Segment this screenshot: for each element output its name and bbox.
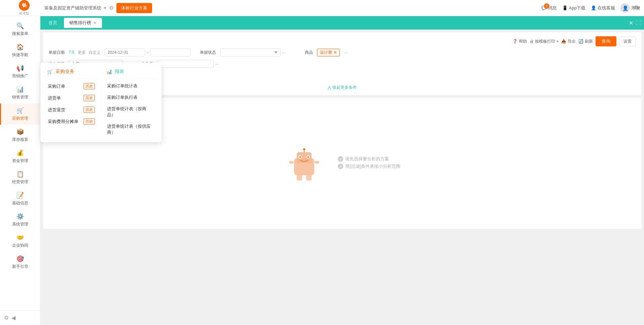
- logo-area: 畅 标准版: [4, 0, 44, 16]
- sidebar-item-sales[interactable]: 📊 销售管理: [0, 82, 40, 104]
- empty-tip-1: ① 请先选择要分析的方案: [338, 156, 400, 162]
- help-label: 帮助: [519, 39, 527, 44]
- finance-icon: 💰: [16, 149, 24, 157]
- filter-row-1: 单据日期 7天 更多 自定义 ~ 单据状态 ···: [48, 48, 636, 56]
- sidebar-item-enterprise[interactable]: 🤝 企业协同: [0, 231, 40, 252]
- sidebar-item-basic-info[interactable]: 📝 基础信息: [0, 188, 40, 209]
- tab-home-label: 首页: [48, 20, 57, 26]
- search-icon: 🔍: [16, 22, 24, 30]
- print-dropdown-icon[interactable]: ▾: [557, 39, 559, 44]
- svg-point-5: [308, 156, 309, 158]
- query-btn[interactable]: 查询: [596, 36, 616, 46]
- date-end-input[interactable]: [150, 48, 190, 56]
- sidebar-item-basic-info-label: 基础信息: [12, 200, 28, 206]
- tab-bar-close-icon[interactable]: ✕: [629, 20, 633, 26]
- tab-close-icon[interactable]: ✕: [93, 21, 97, 25]
- app-download-item[interactable]: 📱 App下载: [562, 5, 585, 11]
- salesperson-input-wrap: ···: [157, 60, 219, 68]
- salesperson-more-icon[interactable]: ···: [215, 62, 219, 67]
- system-title-text: 装备及固定资产辅助管理系统: [44, 5, 101, 11]
- sidebar-item-finance[interactable]: 💰 资金管理: [0, 146, 40, 167]
- sidebar-item-inventory[interactable]: 📦 库存核算: [0, 125, 40, 146]
- sidebar-item-finance-label: 资金管理: [12, 158, 28, 164]
- purchase-order-history-badge: 历史: [83, 83, 95, 89]
- online-service-item[interactable]: 👤 在线客服: [591, 5, 615, 11]
- dropdown-item-receive-stat-supplier[interactable]: 进货单统计表（按供应商）: [104, 121, 157, 138]
- svg-rect-7: [315, 161, 319, 164]
- purchase-order-exec-label: 采购订单执行表: [107, 94, 138, 100]
- sidebar-settings-btn[interactable]: ⚙: [4, 315, 9, 321]
- svg-rect-9: [306, 174, 312, 180]
- goods-label: 商品: [297, 50, 313, 55]
- tab-bar-right: ✕ ⛶: [629, 20, 641, 26]
- dropdown-item-purchase-order[interactable]: 采购订单 历史: [44, 80, 98, 92]
- svg-point-11: [303, 148, 305, 150]
- export-label: 导出: [568, 39, 576, 44]
- settings-btn[interactable]: 设置: [619, 37, 636, 46]
- receive-stat-supplier-label: 进货单统计表（按供应商）: [107, 123, 154, 135]
- empty-tips: ① 请先选择要分析的方案 ② 用[过滤]条件来缩小分析范围: [338, 156, 400, 171]
- goods-return-label: 进货退货: [48, 107, 65, 113]
- goods-more-icon[interactable]: ···: [344, 50, 348, 55]
- goods-tag-close-icon[interactable]: ✕: [333, 50, 337, 55]
- inventory-icon: 📦: [16, 128, 24, 135]
- print-icon: 🖨: [530, 39, 534, 44]
- tab-sales-rank-label: 销售排行榜: [69, 20, 91, 26]
- tab-sales-rank[interactable]: 销售排行榜 ✕: [64, 18, 102, 28]
- dropdown-item-receive-stat-goods[interactable]: 进货单统计表（按商品）: [104, 103, 157, 121]
- marketing-icon: 📢: [16, 65, 24, 72]
- dropdown-col-reports: 📊 报表 采购订单统计表 采购订单执行表 进货单统计表（按商品） 进货单统计表（…: [104, 67, 157, 138]
- date-7d[interactable]: 7天: [69, 50, 75, 55]
- date-label: 单据日期: [48, 50, 65, 55]
- sidebar-item-system[interactable]: ⚙️ 系统管理: [0, 209, 40, 231]
- sidebar-item-marketing[interactable]: 📢 营销推广: [0, 61, 40, 82]
- dropdown-item-goods-receive[interactable]: 进货单 历史: [44, 92, 98, 104]
- sidebar-item-search[interactable]: 🔍 搜索菜单: [0, 19, 40, 40]
- sales-icon: 📊: [16, 86, 24, 93]
- date-custom[interactable]: 自定义: [88, 50, 101, 55]
- sidebar-item-quick-nav[interactable]: 🏠 快捷导航: [0, 40, 40, 61]
- dropdown-item-purchase-order-exec[interactable]: 采购订单执行表: [104, 92, 157, 103]
- tip-num-2: ②: [338, 164, 343, 169]
- sidebar-collapse-btn[interactable]: ◀: [11, 315, 15, 321]
- sidebar-item-operations[interactable]: 📋 经营管理: [0, 167, 40, 188]
- sidebar-item-purchase[interactable]: 🛒 采购管理: [0, 104, 40, 125]
- refresh-label: 刷新: [585, 39, 593, 44]
- tab-bar: 首页 销售排行榜 ✕ ✕ ⛶: [40, 16, 644, 30]
- help-btn[interactable]: ❓ 帮助: [512, 39, 527, 44]
- svg-point-4: [299, 156, 301, 158]
- sidebar-item-guide-label: 新手引导: [12, 264, 28, 270]
- dropdown-item-goods-return[interactable]: 进货退货 历史: [44, 104, 98, 116]
- top-bar: 畅 标准版 装备及固定资产辅助管理系统 ▾ ⚙ 体验行业方案 💬 9 消息 📱 …: [0, 0, 644, 16]
- dropdown-columns: 🛒 采购业务 采购订单 历史 进货单 历史 进货退货 历史 采购费用分摊单 历史: [40, 67, 162, 138]
- bill-status-more-icon[interactable]: ···: [282, 50, 286, 55]
- salesperson-input[interactable]: [157, 60, 214, 68]
- refresh-btn[interactable]: 🔄 刷新: [578, 39, 593, 44]
- tab-bar-maximize-icon[interactable]: ⛶: [636, 20, 641, 26]
- message-item[interactable]: 💬 9 消息: [541, 5, 557, 11]
- sidebar-item-enterprise-label: 企业协同: [12, 243, 28, 248]
- print-btn[interactable]: 🖨 按模板打印 ▾: [530, 39, 559, 44]
- bill-status-select[interactable]: [220, 48, 281, 56]
- sidebar-item-system-label: 系统管理: [12, 221, 28, 227]
- date-start-input[interactable]: [105, 48, 145, 56]
- purchase-expense-label: 采购费用分摊单: [48, 119, 78, 125]
- title-dropdown-icon[interactable]: ▾: [104, 5, 106, 10]
- dropdown-item-purchase-expense[interactable]: 采购费用分摊单 历史: [44, 116, 98, 127]
- sidebar-item-operations-label: 经营管理: [12, 179, 28, 185]
- sidebar-item-marketing-label: 营销推广: [12, 73, 28, 79]
- logo-subtitle: 标准版: [19, 11, 29, 16]
- date-more[interactable]: 更多: [78, 50, 86, 55]
- purchase-order-stat-label: 采购订单统计表: [107, 83, 138, 89]
- title-gear-icon[interactable]: ⚙: [109, 5, 114, 11]
- goods-tag-chip: 设计费 ✕: [317, 49, 340, 56]
- empty-tip-2: ② 用[过滤]条件来缩小分析范围: [338, 163, 400, 169]
- sidebar-item-guide[interactable]: 🎯 新手引导: [0, 252, 40, 273]
- industry-btn[interactable]: 体验行业方案: [116, 3, 152, 13]
- goods-tag-value: 设计费: [320, 50, 332, 55]
- sidebar-item-sales-label: 销售管理: [12, 94, 28, 100]
- top-right-area: 💬 9 消息 📱 App下载 👤 在线客服 👤 用友 Ea: [541, 3, 640, 13]
- dropdown-item-purchase-order-stat[interactable]: 采购订单统计表: [104, 80, 157, 92]
- tab-home[interactable]: 首页: [43, 18, 63, 28]
- export-btn[interactable]: 📤 导出: [561, 39, 576, 44]
